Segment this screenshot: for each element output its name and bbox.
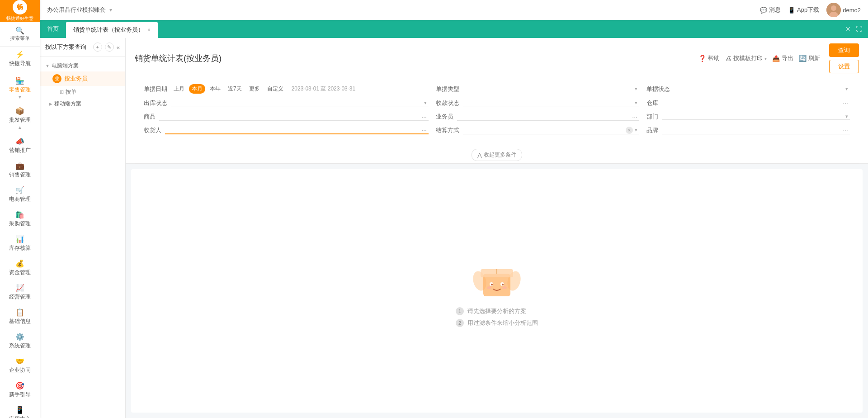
wholesale-icon: 📦 [15, 107, 24, 115]
apps-icon: 📱 [15, 406, 24, 414]
page-actions: ❓ 帮助 🖨 按模板打印 ▾ 📤 导出 🔄 [698, 43, 859, 73]
salesperson-dots[interactable]: ··· [630, 113, 639, 120]
settlement-value [463, 128, 626, 132]
left-panel-icons: + ✎ « [93, 43, 120, 52]
window-close-btn[interactable]: ✕ [844, 25, 852, 33]
date-tab-custom[interactable]: 自定义 [264, 84, 286, 94]
goods-control[interactable]: ··· [159, 113, 429, 121]
sidebar-item-operations[interactable]: 📈 经营管理 [0, 280, 40, 304]
topbar-right: 💬 消息 📱 App下载 demo2 [760, 3, 861, 17]
date-tab-last7[interactable]: 近7天 [225, 84, 245, 94]
tab-close-btn[interactable]: × [147, 27, 151, 33]
tree-group-desktop[interactable]: ▼ 电脑端方案 [40, 60, 125, 71]
date-tab-cur-year[interactable]: 本年 [207, 84, 223, 94]
print-arrow: ▾ [764, 56, 767, 61]
salesperson-dot: 业 [52, 74, 61, 83]
brand-control[interactable]: ··· [662, 127, 850, 134]
date-tab-cur-month[interactable]: 本月 [189, 84, 205, 94]
stock-out-value [171, 101, 422, 105]
messages-label: 消息 [769, 6, 781, 14]
tab-active[interactable]: 销货单统计表（按业务员） × [66, 22, 158, 38]
window-maximize-btn[interactable]: ⛶ [855, 25, 863, 33]
sidebar-item-enterprise[interactable]: 🤝 企业协同 [0, 353, 40, 378]
tab-home[interactable]: 首页 [40, 20, 66, 38]
consignee-control[interactable]: ··· [165, 126, 429, 134]
collapse-icon: ⋀ [477, 152, 482, 158]
refresh-label: 刷新 [808, 54, 820, 62]
tree-group-desktop-label: 电脑端方案 [52, 62, 79, 70]
ecommerce-icon: 🛒 [15, 186, 24, 195]
svg-point-12 [487, 286, 491, 289]
sidebar-item-retail[interactable]: 🏪 零售管理 ▼ [0, 73, 40, 103]
doc-status-value [674, 87, 844, 90]
add-scheme-btn[interactable]: + [93, 43, 102, 52]
filter-consignee: 收货人 ··· [144, 126, 429, 134]
stock-out-control[interactable]: ▾ [171, 100, 429, 106]
sidebar-item-system[interactable]: ⚙️ 系统管理 [0, 329, 40, 353]
stock-out-arrow: ▾ [422, 100, 429, 106]
tree-group-mobile-arrow: ▶ [49, 101, 52, 106]
goods-dots[interactable]: ··· [420, 113, 429, 120]
edit-scheme-btn[interactable]: ✎ [105, 43, 114, 52]
warehouse-dots[interactable]: ··· [841, 100, 850, 107]
sidebar-item-newbie[interactable]: 🎯 新手引导 [0, 378, 40, 402]
export-icon: 📤 [772, 55, 780, 62]
export-btn[interactable]: 📤 导出 [772, 54, 793, 62]
sidebar-item-sales[interactable]: 💼 销售管理 [0, 158, 40, 182]
dept-control[interactable]: ▾ [662, 114, 850, 120]
search-label: 搜索菜单 [0, 35, 40, 42]
doc-type-value [463, 87, 633, 90]
consignee-dots[interactable]: ··· [420, 126, 429, 133]
collapse-panel-btn[interactable]: « [117, 44, 120, 51]
settlement-label: 结算方式 [436, 126, 459, 134]
sidebar-item-wholesale[interactable]: 📦 批发管理 ▲ [0, 103, 40, 133]
workspace-arrow[interactable]: ▾ [109, 7, 112, 13]
date-tab-prev[interactable]: 上月 [171, 84, 187, 94]
payment-control[interactable]: ▾ [463, 100, 639, 106]
retail-icon: 🏪 [15, 76, 24, 85]
empty-tip-1: 1 请先选择要分析的方案 [456, 307, 526, 315]
doc-type-control[interactable]: ▾ [463, 86, 639, 92]
query-section: 查询 设置 [826, 43, 859, 73]
dept-value [662, 115, 844, 119]
salesperson-control[interactable]: ··· [457, 113, 639, 121]
user-area[interactable]: demo2 [826, 3, 861, 17]
tree-group-mobile[interactable]: ▶ 移动端方案 [40, 98, 125, 109]
empty-texts: 1 请先选择要分析的方案 2 用过滤条件来缩小分析范围 [456, 307, 538, 327]
sidebar-item-apps[interactable]: 📱 应用中心 [0, 402, 40, 418]
quick-nav-icon: ⚡ [15, 50, 24, 59]
filter-section: 单据日期 上月 本月 本年 近7天 更多 自定义 2023-03-01 至 20… [135, 79, 859, 145]
settlement-control[interactable]: × ▾ [463, 127, 639, 134]
left-panel: 按以下方案查询 + ✎ « ▼ 电脑端方案 业 按业务员 ⊞ 按 [40, 38, 126, 418]
sidebar-item-finance[interactable]: 💰 资金管理 [0, 256, 40, 280]
help-btn[interactable]: ❓ 帮助 [698, 54, 720, 62]
collapse-more-btn[interactable]: ⋀ 收起更多条件 [472, 149, 522, 161]
brand-dots[interactable]: ··· [841, 127, 850, 134]
settlement-clear-btn[interactable]: × [626, 127, 633, 134]
query-btn[interactable]: 查询 [829, 43, 859, 57]
warehouse-control[interactable]: ··· [662, 100, 850, 107]
wholesale-label: 批发管理 [9, 116, 31, 124]
settings-btn[interactable]: 设置 [829, 60, 859, 73]
sidebar-search[interactable]: 🔍 搜索菜单 [0, 22, 40, 47]
sidebar-item-quick-nav[interactable]: ⚡ 快捷导航 [0, 47, 40, 71]
help-label: 帮助 [708, 54, 720, 62]
app-download-btn[interactable]: 📱 App下载 [788, 6, 819, 14]
retail-label: 零售管理 [9, 86, 31, 94]
tree-item-salesperson[interactable]: 业 按业务员 [40, 71, 125, 86]
doc-status-control[interactable]: ▾ [674, 86, 850, 92]
sidebar-item-purchase[interactable]: 🛍️ 采购管理 [0, 207, 40, 231]
date-label: 单据日期 [144, 85, 167, 93]
refresh-btn[interactable]: 🔄 刷新 [799, 54, 820, 62]
payment-arrow: ▾ [633, 100, 639, 106]
messages-icon: 💬 [760, 7, 767, 14]
template-print-btn[interactable]: 🖨 按模板打印 ▾ [725, 54, 767, 62]
messages-btn[interactable]: 💬 消息 [760, 6, 781, 14]
tree-sub-item-byorder[interactable]: ⊞ 按单 [40, 86, 125, 98]
date-tab-more[interactable]: 更多 [246, 84, 263, 94]
sidebar-item-inventory[interactable]: 📊 库存核算 [0, 231, 40, 256]
sidebar-item-marketing[interactable]: 📣 营销推广 [0, 133, 40, 158]
filter-goods: 商品 ··· [144, 113, 429, 121]
sidebar-item-basic[interactable]: 📋 基础信息 [0, 304, 40, 329]
sidebar-item-ecommerce[interactable]: 🛒 电商管理 [0, 182, 40, 207]
